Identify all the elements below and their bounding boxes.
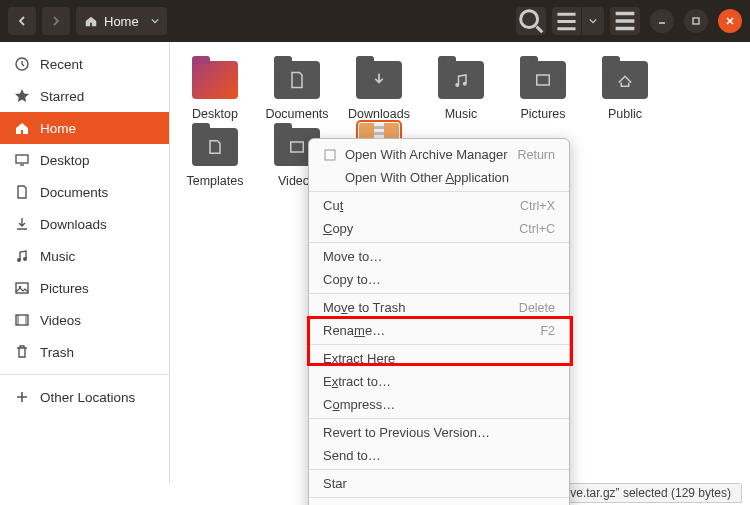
sidebar-item-desktop[interactable]: Desktop [0, 144, 169, 176]
sidebar-item-trash[interactable]: Trash [0, 336, 169, 368]
hamburger-menu-button[interactable] [610, 7, 640, 35]
list-view-button[interactable] [552, 7, 582, 35]
ctx-star[interactable]: Star [309, 472, 569, 495]
ctx-shortcut: Ctrl+C [519, 222, 555, 236]
ctx-label: Open With Archive Manager [345, 147, 508, 162]
path-bar[interactable]: Home [76, 7, 167, 35]
ctx-label: Open With Other Application [345, 170, 509, 185]
svg-rect-6 [16, 283, 28, 293]
ctx-shortcut: Return [517, 148, 555, 162]
folder-templates[interactable]: Templates [174, 123, 256, 190]
videos-icon [14, 312, 30, 328]
ctx-compress[interactable]: Compress… [309, 393, 569, 416]
file-label: Public [605, 106, 645, 123]
nav-back-button[interactable] [8, 7, 36, 35]
ctx-label: Cut [323, 198, 343, 213]
ctx-copy[interactable]: CopyCtrl+C [309, 217, 569, 240]
sidebar-item-downloads[interactable]: Downloads [0, 208, 169, 240]
ctx-open-archive-manager[interactable]: Open With Archive ManagerReturn [309, 143, 569, 166]
sidebar-item-label: Videos [40, 313, 81, 328]
ctx-label: Move to Trash [323, 300, 405, 315]
ctx-separator [309, 344, 569, 345]
sidebar-item-recent[interactable]: Recent [0, 48, 169, 80]
ctx-extract-here[interactable]: Extract Here [309, 347, 569, 370]
desktop-icon [14, 152, 30, 168]
file-label: Downloads [345, 106, 413, 123]
sidebar-item-videos[interactable]: Videos [0, 304, 169, 336]
documents-icon [14, 184, 30, 200]
ctx-separator [309, 293, 569, 294]
sidebar-item-home[interactable]: Home [0, 112, 169, 144]
ctx-rename[interactable]: Rename…F2 [309, 319, 569, 342]
file-label: Templates [184, 173, 247, 190]
close-button[interactable] [718, 9, 742, 33]
ctx-revert[interactable]: Revert to Previous Version… [309, 421, 569, 444]
minimize-button[interactable] [650, 9, 674, 33]
ctx-cut[interactable]: CutCtrl+X [309, 194, 569, 217]
sidebar-separator [0, 374, 169, 375]
view-dropdown-button[interactable] [582, 7, 604, 35]
svg-rect-11 [537, 75, 550, 85]
ctx-separator [309, 191, 569, 192]
nav-forward-button[interactable] [42, 7, 70, 35]
ctx-open-other-app[interactable]: Open With Other Application [309, 166, 569, 189]
search-button[interactable] [516, 7, 546, 35]
archive-icon [323, 148, 337, 162]
folder-icon [192, 128, 238, 166]
folder-icon [192, 61, 238, 99]
music-icon [14, 248, 30, 264]
svg-rect-3 [16, 155, 28, 163]
ctx-shortcut: Delete [519, 301, 555, 315]
sidebar-item-label: Recent [40, 57, 83, 72]
ctx-properties[interactable]: PropertiesCtrl+I [309, 500, 569, 505]
ctx-separator [309, 469, 569, 470]
ctx-label: Compress… [323, 397, 395, 412]
ctx-label: Copy to… [323, 272, 381, 287]
ctx-separator [309, 242, 569, 243]
svg-rect-13 [325, 150, 335, 160]
sidebar-item-documents[interactable]: Documents [0, 176, 169, 208]
chevron-down-icon [151, 17, 159, 25]
ctx-send-to[interactable]: Send to… [309, 444, 569, 467]
downloads-icon [14, 216, 30, 232]
folder-music[interactable]: Music [420, 56, 502, 123]
folder-documents[interactable]: Documents [256, 56, 338, 123]
ctx-move-to[interactable]: Move to… [309, 245, 569, 268]
maximize-button[interactable] [684, 9, 708, 33]
folder-downloads[interactable]: Downloads [338, 56, 420, 123]
sidebar-item-other-locations[interactable]: Other Locations [0, 381, 169, 413]
star-icon [14, 88, 30, 104]
sidebar-item-starred[interactable]: Starred [0, 80, 169, 112]
folder-desktop[interactable]: Desktop [174, 56, 256, 123]
ctx-shortcut: F2 [540, 324, 555, 338]
sidebar-item-label: Home [40, 121, 76, 136]
svg-point-9 [455, 83, 459, 87]
ctx-label: Star [323, 476, 347, 491]
sidebar-item-label: Desktop [40, 153, 90, 168]
ctx-move-trash[interactable]: Move to TrashDelete [309, 296, 569, 319]
ctx-shortcut: Ctrl+X [520, 199, 555, 213]
sidebar-item-pictures[interactable]: Pictures [0, 272, 169, 304]
path-label: Home [104, 14, 139, 29]
folder-public[interactable]: Public [584, 56, 666, 123]
trash-icon [14, 344, 30, 360]
folder-icon [520, 61, 566, 99]
pictures-icon [14, 280, 30, 296]
ctx-extract-to[interactable]: Extract to… [309, 370, 569, 393]
home-icon [84, 14, 98, 28]
ctx-label: Rename… [323, 323, 385, 338]
ctx-copy-to[interactable]: Copy to… [309, 268, 569, 291]
ctx-separator [309, 418, 569, 419]
sidebar-item-label: Other Locations [40, 390, 135, 405]
sidebar-item-music[interactable]: Music [0, 240, 169, 272]
svg-point-10 [463, 82, 467, 86]
sidebar-item-label: Music [40, 249, 75, 264]
folder-icon [438, 61, 484, 99]
ctx-label: Revert to Previous Version… [323, 425, 490, 440]
view-mode-group [552, 7, 604, 35]
svg-rect-12 [291, 142, 304, 152]
ctx-label: Move to… [323, 249, 382, 264]
ctx-separator [309, 497, 569, 498]
home-icon [14, 120, 30, 136]
folder-pictures[interactable]: Pictures [502, 56, 584, 123]
